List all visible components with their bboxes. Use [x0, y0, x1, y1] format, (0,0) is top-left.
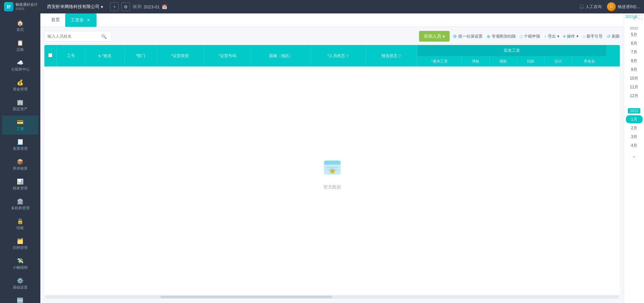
inventory-icon: 📦	[17, 159, 24, 165]
svg-rect-1	[324, 161, 341, 165]
tab-home[interactable]: 首页	[46, 13, 65, 27]
sidebar-item-fund[interactable]: 💰 资金管理	[2, 76, 38, 95]
new-guide-btn[interactable]: ○ 新手引导	[582, 34, 603, 39]
report-filter-icon: ▽	[399, 54, 401, 58]
user-name: 畅捷通B组...	[618, 4, 640, 10]
th-checkbox[interactable]	[44, 45, 56, 67]
invoice-icon: 🧾	[17, 139, 24, 145]
scrollbar-track[interactable]	[46, 296, 618, 298]
sidebar: 🏠 首页 📋 总账 ☁️ 云报表中心 💰 资金管理 🏢 固定资产 💳 工资 🧾 …	[0, 13, 40, 303]
search-icon: 🔍	[101, 34, 107, 39]
th-cert-type: *证型类型	[156, 45, 204, 67]
right-panel: ⌃ 2022 5月 6月 7月 8月 9月 10月 11月 12月 2023 1…	[624, 13, 644, 303]
month-1[interactable]: 1月	[626, 115, 643, 123]
headset-icon: 🎧	[579, 4, 584, 9]
service-btn[interactable]: 🎧 人工咨询	[579, 4, 602, 10]
export-btn[interactable]: ↑ 导出 ▾	[544, 34, 559, 39]
month-5[interactable]: 5月	[626, 31, 643, 39]
th-operation	[607, 45, 620, 67]
add-company-btn[interactable]: ＋	[110, 2, 119, 11]
expense-icon: 💸	[17, 258, 24, 264]
month-7[interactable]: 7月	[626, 48, 643, 56]
month-6[interactable]: 6月	[626, 39, 643, 47]
sidebar-item-assets[interactable]: 🏢 固定资产	[2, 96, 38, 115]
special-deduction-label: 专项附加扣除	[492, 34, 516, 39]
social-security-icon: ⚙	[453, 34, 457, 39]
month-9[interactable]: 9月	[626, 66, 643, 74]
user-area[interactable]: U 畅捷通B组...	[607, 2, 640, 11]
th-performance: 绩效	[489, 56, 517, 67]
month-4[interactable]: 4月	[626, 141, 643, 149]
sidebar-item-cloud-report[interactable]: ☁️ 云报表中心	[2, 56, 38, 75]
scrollbar-area[interactable]	[44, 295, 620, 299]
export-arrow-icon: ▾	[557, 34, 559, 39]
panel-expand-icon[interactable]: ⛶	[638, 15, 643, 20]
period-label: 账期	[133, 4, 142, 10]
th-report-status[interactable]: 报送状态 ▽	[366, 45, 417, 67]
sidebar-item-home[interactable]: 🏠 首页	[2, 16, 38, 36]
tab-close-icon[interactable]: ✕	[86, 17, 91, 23]
sidebar-item-tax[interactable]: 📊 税务管理	[2, 175, 38, 194]
sidebar-item-expense[interactable]: 💸 小畅报销	[2, 254, 38, 273]
company-dropdown-icon: ▾	[101, 4, 103, 9]
th-name[interactable]: ⇅ *姓名	[85, 45, 125, 67]
refresh-btn[interactable]: ↺ 刷新	[607, 34, 620, 39]
th-allowance: 津贴	[462, 56, 489, 67]
th-base-salary: *基本工资	[417, 56, 462, 67]
logo-area: 好 畅捷通好会计 旗舰版	[4, 2, 44, 11]
sidebar-item-multi-org[interactable]: 🏛️ 多机构管理	[2, 195, 38, 214]
th-status[interactable]: *人员状态 ▽	[311, 45, 366, 67]
social-security-label: 统一社保设置	[458, 34, 483, 39]
sidebar-item-inventory[interactable]: 📦 库存核算	[2, 155, 38, 174]
tax-report-btn[interactable]: □ 个税申报	[520, 34, 540, 39]
add-person-arrow-icon: ▾	[443, 34, 445, 39]
user-avatar: U	[607, 2, 616, 11]
sidebar-item-close-period[interactable]: 🔒 结账	[2, 215, 38, 234]
month-8[interactable]: 8月	[626, 57, 643, 65]
month-10[interactable]: 10月	[626, 74, 643, 82]
company-name: 西安虾米网络科技有限公司	[47, 4, 100, 10]
tab-payroll-table[interactable]: 工资表 ✕	[65, 13, 97, 27]
sidebar-item-archive[interactable]: 🗂️ 归档管理	[2, 234, 38, 254]
th-country: 国籍（地区）	[251, 45, 311, 67]
add-person-label: 添加人员	[424, 33, 441, 39]
search-input[interactable]	[47, 34, 101, 39]
add-person-btn[interactable]: 添加人员 ▾	[419, 31, 450, 42]
payroll-icon: 💳	[17, 119, 24, 125]
sidebar-item-invoice[interactable]: 🧾 发票管理	[2, 135, 38, 155]
operation-icon: ≡	[563, 34, 566, 39]
period-value: 2023-01	[144, 4, 160, 9]
month-2[interactable]: 2月	[626, 124, 643, 132]
th-salary-group: 应发工资	[417, 45, 607, 56]
home-icon: 🏠	[17, 20, 24, 26]
month-12[interactable]: 12月	[626, 92, 643, 100]
toolbar: 🔍 添加人员 ▾ ⚙ 统一社保设置 ⊕ 专项附加扣除	[44, 31, 620, 42]
fund-icon: 💰	[17, 79, 24, 86]
logo-text: 畅捷通好会计	[15, 2, 38, 7]
new-guide-label: 新手引导	[586, 34, 603, 39]
current-period: 2023.01	[626, 15, 638, 18]
guide-icon: 🆕	[17, 297, 24, 303]
sidebar-item-guide[interactable]: 🆕 新手引导	[2, 294, 38, 303]
month-3[interactable]: 3月	[626, 133, 643, 141]
special-deduction-btn[interactable]: ⊕ 专项附加扣除	[487, 34, 516, 39]
social-security-btn[interactable]: ⚙ 统一社保设置	[453, 34, 483, 39]
settings-btn[interactable]: ⚙	[121, 2, 130, 11]
month-11[interactable]: 11月	[626, 83, 643, 91]
export-label: 导出	[548, 34, 556, 39]
company-selector[interactable]: 西安虾米网络科技有限公司 ▾	[44, 2, 106, 11]
sidebar-item-settings[interactable]: ⚙️ 基础设置	[2, 274, 38, 293]
panel-scroll-down-icon[interactable]: ⌄	[631, 151, 637, 160]
assets-icon: 🏢	[17, 99, 24, 105]
service-label: 人工咨询	[585, 4, 602, 10]
tax-icon: 📊	[17, 178, 24, 185]
operation-btn[interactable]: ≡ 操作 ▾	[563, 34, 579, 39]
settings-side-icon: ⚙️	[17, 277, 24, 284]
sidebar-item-ledger[interactable]: 📋 总账	[2, 36, 38, 55]
empty-icon: 😐	[319, 154, 346, 181]
select-all-checkbox[interactable]	[48, 53, 52, 57]
sidebar-item-payroll[interactable]: 💳 工资	[2, 116, 38, 135]
ledger-icon: 📋	[17, 40, 24, 46]
period-calendar-icon[interactable]: 📅	[162, 4, 167, 9]
scrollbar-thumb[interactable]	[160, 296, 332, 298]
